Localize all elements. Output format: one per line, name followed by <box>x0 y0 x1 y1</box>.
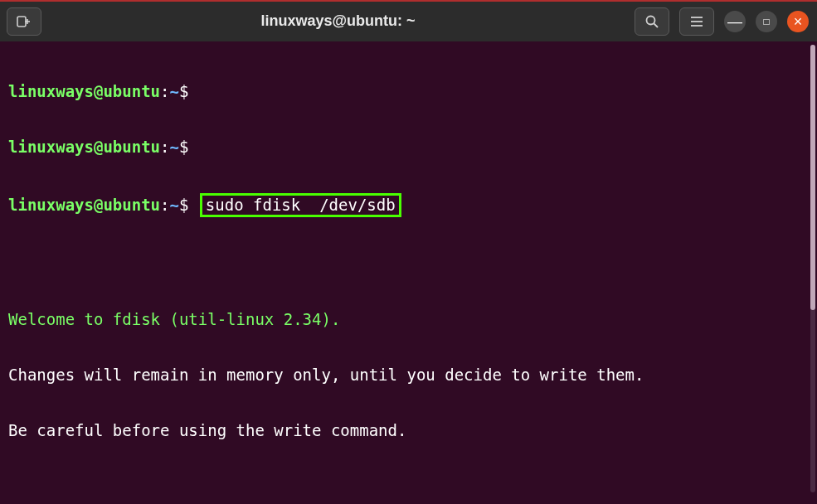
output-line <box>8 477 812 495</box>
prompt-line: linuxways@ubuntu:~$ <box>8 138 812 156</box>
svg-line-4 <box>654 24 659 28</box>
hamburger-icon <box>689 14 704 29</box>
titlebar: linuxways@ubuntu: ~ ― □ <box>0 2 817 41</box>
fdisk-warn1: Changes will remain in memory only, unti… <box>8 366 812 384</box>
output-line <box>8 254 812 272</box>
search-icon <box>644 14 659 29</box>
prompt-line: linuxways@ubuntu:~$ <box>8 82 812 100</box>
close-button[interactable]: × <box>787 11 809 32</box>
prompt-user: linuxways <box>8 82 94 100</box>
prompt-cwd: ~ <box>170 82 179 100</box>
maximize-button[interactable]: □ <box>756 11 777 32</box>
highlighted-command-box: sudo fdisk /dev/sdb <box>200 193 401 216</box>
new-tab-button[interactable] <box>7 7 41 36</box>
svg-point-3 <box>647 17 655 25</box>
maximize-icon: □ <box>763 16 769 27</box>
fdisk-welcome: Welcome to fdisk (util-linux 2.34). <box>8 310 812 328</box>
fdisk-warn2: Be careful before using the write comman… <box>8 421 812 439</box>
terminal-body[interactable]: linuxways@ubuntu:~$ linuxways@ubuntu:~$ … <box>0 41 817 504</box>
scrollbar-thumb[interactable] <box>810 45 815 310</box>
command-text: sudo fdisk /dev/sdb <box>206 196 396 214</box>
prompt-line-with-command: linuxways@ubuntu:~$ sudo fdisk /dev/sdb <box>8 193 812 216</box>
hamburger-menu-button[interactable] <box>679 7 714 36</box>
minimize-button[interactable]: ― <box>724 11 746 32</box>
prompt-host: ubuntu <box>103 82 160 100</box>
scrollbar[interactable] <box>810 45 815 492</box>
terminal-window: linuxways@ubuntu: ~ ― □ <box>0 0 817 504</box>
svg-rect-0 <box>17 17 26 27</box>
prompt-sigil: $ <box>179 82 188 100</box>
new-tab-icon <box>16 13 32 30</box>
window-title: linuxways@ubuntu: ~ <box>41 12 635 30</box>
search-button[interactable] <box>635 7 669 36</box>
